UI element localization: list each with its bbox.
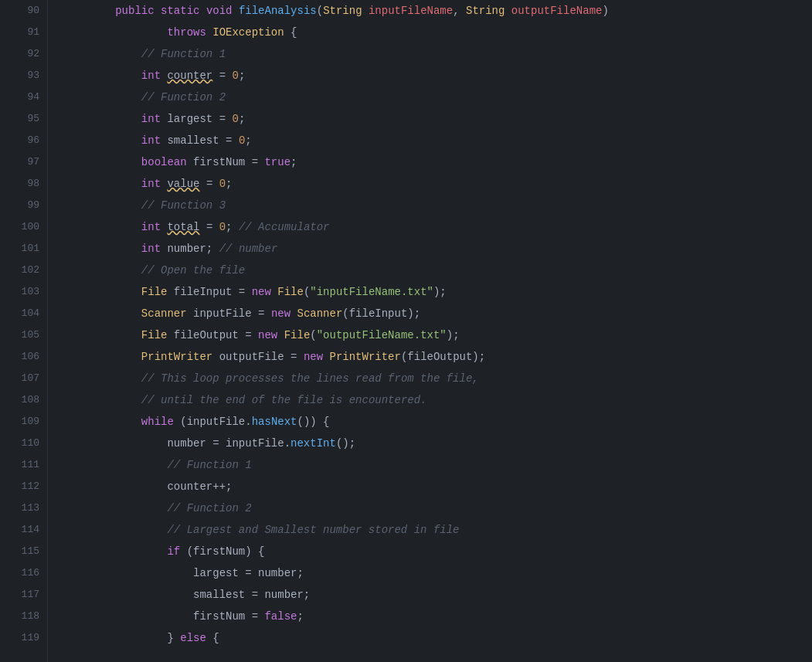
code-line-98: int value = 0; bbox=[63, 173, 812, 195]
line-num-101: 101 bbox=[8, 238, 39, 260]
code-editor: 90 91 92 93 94 95 96 97 98 99 100 101 10… bbox=[0, 0, 812, 662]
line-num-111: 111 bbox=[8, 454, 39, 476]
line-num-96: 96 bbox=[8, 130, 39, 151]
code-line-112: counter++; bbox=[63, 476, 812, 497]
line-num-107: 107 bbox=[8, 368, 39, 389]
line-num-109: 109 bbox=[8, 411, 39, 433]
line-num-114: 114 bbox=[8, 519, 39, 541]
line-num-102: 102 bbox=[8, 260, 39, 281]
line-num-115: 115 bbox=[8, 541, 39, 562]
line-num-95: 95 bbox=[8, 108, 39, 130]
line-num-112: 112 bbox=[8, 476, 39, 497]
code-line-99: // Function 3 bbox=[63, 195, 812, 216]
line-num-119: 119 bbox=[8, 627, 39, 649]
code-line-110: number = inputFile.nextInt(); bbox=[63, 433, 812, 454]
line-num-94: 94 bbox=[8, 87, 39, 108]
code-line-113: // Function 2 bbox=[63, 497, 812, 519]
code-line-117: smallest = number; bbox=[63, 584, 812, 606]
line-num-105: 105 bbox=[8, 324, 39, 346]
code-content[interactable]: public static void fileAnalysis(String i… bbox=[48, 0, 812, 662]
line-num-116: 116 bbox=[8, 562, 39, 584]
line-num-106: 106 bbox=[8, 346, 39, 368]
code-line-95: int largest = 0; bbox=[63, 108, 812, 130]
line-num-91: 91 bbox=[8, 22, 39, 43]
code-line-100: int total = 0; // Accumulator bbox=[63, 216, 812, 238]
code-line-94: // Function 2 bbox=[63, 87, 812, 108]
line-num-108: 108 bbox=[8, 389, 39, 411]
code-line-115: if (firstNum) { bbox=[63, 541, 812, 562]
code-line-92: // Function 1 bbox=[63, 43, 812, 65]
code-line-111: // Function 1 bbox=[63, 454, 812, 476]
line-num-98: 98 bbox=[8, 173, 39, 195]
line-num-104: 104 bbox=[8, 303, 39, 324]
code-line-118: firstNum = false; bbox=[63, 606, 812, 627]
line-num-92: 92 bbox=[8, 43, 39, 65]
code-line-109: while (inputFile.hasNext()) { bbox=[63, 411, 812, 433]
line-num-97: 97 bbox=[8, 151, 39, 173]
line-num-90: 90 bbox=[8, 0, 39, 22]
line-num-113: 113 bbox=[8, 497, 39, 519]
line-numbers: 90 91 92 93 94 95 96 97 98 99 100 101 10… bbox=[0, 0, 48, 662]
code-line-101: int number; // number bbox=[63, 238, 812, 260]
code-line-106: PrintWriter outputFile = new PrintWriter… bbox=[63, 346, 812, 368]
code-line-91: throws IOException { bbox=[63, 22, 812, 43]
code-line-119: } else { bbox=[63, 627, 812, 649]
code-line-105: File fileOutput = new File("outputFileNa… bbox=[63, 324, 812, 346]
line-num-118: 118 bbox=[8, 606, 39, 627]
code-line-116: largest = number; bbox=[63, 562, 812, 584]
line-num-99: 99 bbox=[8, 195, 39, 216]
line-num-93: 93 bbox=[8, 65, 39, 87]
code-line-97: boolean firstNum = true; bbox=[63, 151, 812, 173]
code-line-93: int counter = 0; bbox=[63, 65, 812, 87]
code-line-107: // This loop processes the lines read fr… bbox=[63, 368, 812, 389]
code-line-104: Scanner inputFile = new Scanner(fileInpu… bbox=[63, 303, 812, 324]
code-line-103: File fileInput = new File("inputFileName… bbox=[63, 281, 812, 303]
code-line-90: public static void fileAnalysis(String i… bbox=[63, 0, 812, 22]
line-num-110: 110 bbox=[8, 433, 39, 454]
code-line-108: // until the end of the file is encounte… bbox=[63, 389, 812, 411]
line-num-103: 103 bbox=[8, 281, 39, 303]
line-num-117: 117 bbox=[8, 584, 39, 606]
code-line-114: // Largest and Smallest number stored in… bbox=[63, 519, 812, 541]
line-num-100: 100 bbox=[8, 216, 39, 238]
code-line-96: int smallest = 0; bbox=[63, 130, 812, 151]
code-line-102: // Open the file bbox=[63, 260, 812, 281]
